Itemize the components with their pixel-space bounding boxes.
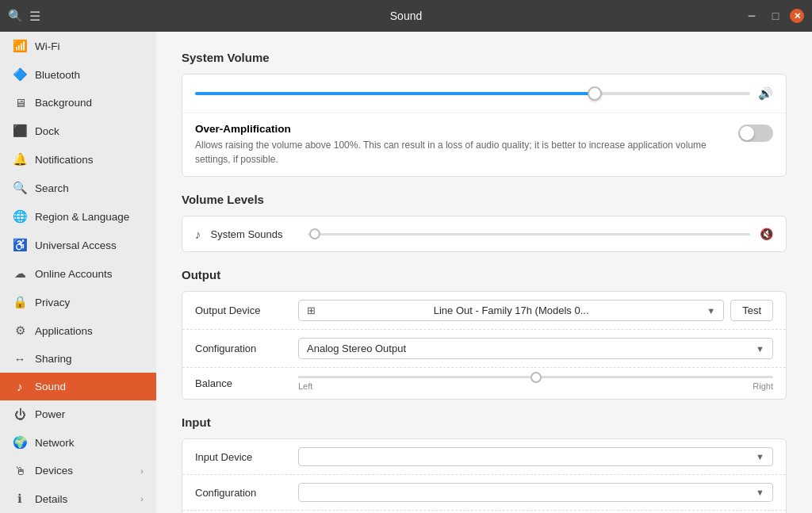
output-config-dropdown[interactable]: Analog Stereo Output ▼ (298, 338, 773, 359)
dock-icon: ⬛ (13, 124, 27, 138)
sidebar-item-network[interactable]: 🌍 Network (0, 428, 156, 457)
sidebar: 📶 Wi-Fi 🔷 Bluetooth 🖥 Background ⬛ Dock … (0, 32, 156, 513)
balance-left-label: Left (298, 381, 312, 391)
system-volume-slider[interactable] (195, 86, 750, 101)
input-device-dropdown[interactable]: ▼ (298, 447, 773, 466)
over-amplification-text: Over-Amplification Allows raising the vo… (195, 123, 738, 167)
sharing-icon: ↔ (13, 352, 27, 366)
bluetooth-icon: 🔷 (13, 67, 27, 82)
sidebar-item-label: Background (35, 97, 92, 109)
sidebar-item-devices[interactable]: 🖱 Devices › (0, 457, 156, 484)
sidebar-item-bluetooth[interactable]: 🔷 Bluetooth (0, 60, 156, 89)
sidebar-item-label: Sharing (35, 353, 72, 365)
sidebar-item-label: Online Accounts (35, 268, 113, 280)
titlebar-controls: − □ ✕ (742, 6, 804, 25)
main-layout: 📶 Wi-Fi 🔷 Bluetooth 🖥 Background ⬛ Dock … (0, 32, 812, 513)
input-card: Input Device ▼ Configuration ▼ (182, 438, 787, 513)
sidebar-item-dock[interactable]: ⬛ Dock (0, 117, 156, 145)
slider-fill (195, 92, 595, 95)
chevron-icon: › (140, 466, 144, 476)
sidebar-item-search[interactable]: 🔍 Search (0, 174, 156, 202)
input-config-dropdown[interactable]: ▼ (298, 483, 773, 502)
over-amplification-description: Allows raising the volume above 100%. Th… (195, 138, 722, 167)
maximize-button[interactable]: □ (766, 6, 785, 25)
input-device-label: Input Device (195, 451, 298, 463)
sidebar-item-sound[interactable]: ♪ Sound (0, 373, 156, 400)
system-sounds-slider[interactable] (308, 226, 751, 242)
sidebar-item-details[interactable]: ℹ Details › (0, 484, 156, 513)
output-device-row: Output Device ⊞ Line Out - Family 17h (M… (182, 292, 786, 330)
balance-labels: Left Right (298, 381, 773, 391)
sidebar-item-sharing[interactable]: ↔ Sharing (0, 345, 156, 373)
output-device-icon: ⊞ (307, 304, 316, 316)
sidebar-item-label: Universal Access (35, 239, 117, 251)
output-config-controls: Analog Stereo Output ▼ (298, 338, 773, 359)
sidebar-item-label: Privacy (35, 297, 70, 308)
output-card: Output Device ⊞ Line Out - Family 17h (M… (182, 291, 787, 400)
sidebar-item-applications[interactable]: ⚙ Applications (0, 316, 156, 345)
vol-slider-thumb[interactable] (309, 228, 320, 239)
region-icon: 🌐 (13, 209, 27, 224)
system-sounds-row: ♪ System Sounds 🔇 (182, 220, 786, 248)
input-title: Input (182, 415, 787, 429)
sidebar-item-region[interactable]: 🌐 Region & Language (0, 202, 156, 231)
sidebar-item-notifications[interactable]: 🔔 Notifications (0, 145, 156, 174)
over-amplification-row: Over-Amplification Allows raising the vo… (182, 113, 786, 176)
menu-icon[interactable]: ☰ (29, 9, 40, 24)
devices-icon: 🖱 (13, 464, 27, 477)
output-balance-row: Balance Left Right (182, 368, 786, 399)
toggle-knob (740, 126, 754, 140)
titlebar: 🔍 ☰ Sound − □ ✕ (0, 0, 812, 32)
titlebar-title: Sound (390, 10, 422, 22)
output-balance-label: Balance (195, 377, 298, 389)
over-amplification-toggle[interactable] (738, 124, 773, 142)
sidebar-item-label: Network (35, 437, 75, 449)
chevron-icon: › (140, 494, 144, 503)
background-icon: 🖥 (13, 96, 27, 109)
sidebar-item-privacy[interactable]: 🔒 Privacy (0, 288, 156, 316)
sidebar-item-label: Notifications (35, 154, 94, 166)
power-icon: ⏻ (13, 408, 27, 421)
sidebar-item-universal-access[interactable]: ♿ Universal Access (0, 231, 156, 259)
output-device-dropdown[interactable]: ⊞ Line Out - Family 17h (Models 0... ▼ (298, 300, 724, 321)
balance-slider-track (298, 376, 773, 378)
output-config-label: Configuration (195, 343, 298, 354)
network-icon: 🌍 (13, 435, 27, 450)
output-device-value: Line Out - Family 17h (Models 0... (434, 304, 589, 316)
slider-track (195, 92, 750, 95)
system-sounds-icon: ♪ (195, 228, 201, 241)
input-device-arrow-icon: ▼ (756, 452, 764, 461)
over-amplification-title: Over-Amplification (195, 123, 722, 135)
slider-thumb[interactable] (588, 86, 602, 101)
input-config-label: Configuration (195, 487, 298, 499)
wifi-icon: 📶 (13, 39, 27, 53)
input-device-controls: ▼ (298, 447, 773, 466)
content-area: System Volume 🔊 Over-Amplification Allow… (156, 32, 812, 513)
details-icon: ℹ (13, 492, 27, 506)
sidebar-item-label: Dock (35, 125, 59, 137)
sidebar-item-label: Wi-Fi (35, 40, 59, 52)
sidebar-item-label: Devices (35, 465, 73, 477)
test-button[interactable]: Test (730, 300, 773, 321)
sidebar-item-wifi[interactable]: 📶 Wi-Fi (0, 32, 156, 60)
close-button[interactable]: ✕ (790, 9, 804, 23)
input-device-row: Input Device ▼ (182, 439, 786, 475)
minimize-button[interactable]: − (742, 6, 761, 25)
volume-speaker-icon: 🔊 (758, 86, 773, 101)
output-config-value: Analog Stereo Output (307, 343, 406, 354)
sidebar-item-power[interactable]: ⏻ Power (0, 400, 156, 428)
system-volume-title: System Volume (182, 51, 787, 64)
system-sounds-label: System Sounds (211, 228, 298, 240)
output-balance-controls: Left Right (298, 376, 773, 391)
universal-access-icon: ♿ (13, 238, 27, 252)
system-sounds-volume-icon: 🔇 (760, 228, 773, 240)
sidebar-item-background[interactable]: 🖥 Background (0, 89, 156, 117)
sidebar-item-online-accounts[interactable]: ☁ Online Accounts (0, 259, 156, 288)
balance-slider-container[interactable]: Left Right (298, 376, 773, 391)
output-title: Output (182, 268, 787, 281)
balance-thumb[interactable] (530, 372, 542, 383)
search-icon[interactable]: 🔍 (8, 9, 23, 23)
balance-right-label: Right (753, 381, 773, 391)
output-device-label: Output Device (195, 304, 298, 316)
dropdown-arrow-icon: ▼ (707, 306, 715, 316)
